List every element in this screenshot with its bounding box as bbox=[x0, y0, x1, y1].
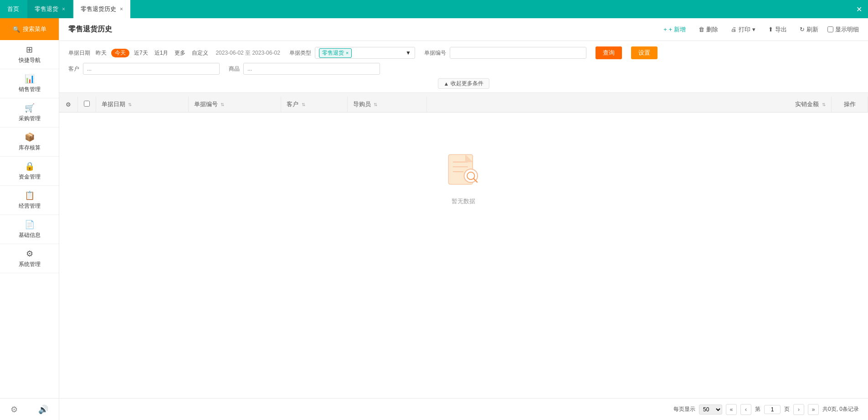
filter-area: 单据日期 昨天 今天 近7天 近1月 更多 自定义 2023-06-02 至 2… bbox=[59, 41, 868, 93]
filter-settings-button[interactable]: 设置 bbox=[631, 46, 657, 59]
date-shortcut-yesterday[interactable]: 昨天 bbox=[94, 49, 108, 57]
th-number: 单据编号 ⇅ bbox=[188, 97, 281, 113]
purchase-mgmt-icon: 🛒 bbox=[25, 103, 35, 113]
show-detail-wrap: 显示明细 bbox=[827, 26, 859, 34]
sidebar-item-finance-mgmt[interactable]: 🔒 资金管理 bbox=[0, 157, 59, 186]
customer-input[interactable] bbox=[83, 63, 220, 75]
sidebar-search-label: 搜索菜单 bbox=[23, 25, 46, 33]
customer-sort-icon[interactable]: ⇅ bbox=[302, 102, 305, 107]
export-button[interactable]: ⬆ 导出 bbox=[765, 24, 791, 36]
sidebar-item-purchase-mgmt[interactable]: 🛒 采购管理 bbox=[0, 98, 59, 128]
goods-input[interactable] bbox=[243, 63, 380, 75]
first-page-button[interactable]: « bbox=[726, 404, 737, 415]
quick-nav-icon: ⊞ bbox=[26, 45, 33, 55]
number-sort-icon[interactable]: ⇅ bbox=[221, 102, 224, 107]
type-tag-close[interactable]: × bbox=[346, 50, 349, 56]
date-shortcut-1month[interactable]: 近1月 bbox=[153, 49, 170, 57]
export-button-label: 导出 bbox=[775, 26, 787, 34]
delete-button[interactable]: 🗑 删除 bbox=[695, 24, 722, 36]
new-button-label: + 新增 bbox=[669, 26, 686, 34]
empty-row: 暂无数据 bbox=[59, 113, 868, 242]
sales-mgmt-icon: 📊 bbox=[25, 74, 35, 84]
guide-sort-icon[interactable]: ⇅ bbox=[374, 102, 377, 107]
inventory-icon: 📦 bbox=[25, 132, 35, 142]
sidebar-item-basic-info[interactable]: 📄 基础信息 bbox=[0, 215, 59, 244]
filter-row-2: 客户 商品 bbox=[68, 63, 859, 75]
tab-home[interactable]: 首页 bbox=[0, 0, 26, 18]
window-close-button[interactable]: ✕ bbox=[850, 0, 868, 18]
customer-filter: 客户 bbox=[68, 63, 220, 75]
type-tag: 零售退货 × bbox=[319, 48, 352, 58]
tab-retail-return-close[interactable]: × bbox=[62, 6, 65, 12]
empty-state: 暂无数据 bbox=[59, 113, 868, 242]
search-icon: 🔍 bbox=[13, 26, 20, 33]
tab-retail-return-history-close[interactable]: × bbox=[120, 6, 123, 12]
tab-retail-return-history-label: 零售退货历史 bbox=[81, 5, 116, 13]
print-button-label: 打印 bbox=[739, 26, 750, 34]
tab-retail-return-history[interactable]: 零售退货历史 × bbox=[73, 0, 130, 18]
prev-page-icon: ‹ bbox=[745, 406, 747, 413]
new-icon: + bbox=[663, 26, 667, 33]
date-shortcut-custom[interactable]: 自定义 bbox=[190, 49, 210, 57]
number-input[interactable] bbox=[450, 47, 586, 59]
per-page-label: 每页显示 bbox=[673, 405, 695, 413]
th-customer-label: 客户 bbox=[287, 101, 298, 108]
type-select[interactable]: 零售退货 × ▼ bbox=[315, 47, 415, 59]
sidebar-item-purchase-mgmt-label: 采购管理 bbox=[19, 115, 41, 123]
toolbar: + + 新增 🗑 删除 🖨 打印 ▾ ⬆ 导出 ↻ bbox=[660, 24, 859, 36]
sidebar-item-finance-mgmt-label: 资金管理 bbox=[19, 173, 41, 181]
date-shortcut-more[interactable]: 更多 bbox=[173, 49, 187, 57]
th-amount: 实销金额 ⇅ bbox=[427, 97, 832, 113]
th-settings[interactable]: ⚙ bbox=[59, 97, 77, 113]
table-header: ⚙ 单据日期 ⇅ 单据编号 ⇅ bbox=[59, 97, 868, 113]
tab-retail-return[interactable]: 零售退货 × bbox=[27, 0, 72, 18]
last-page-button[interactable]: » bbox=[808, 404, 819, 415]
page-input[interactable] bbox=[764, 405, 781, 414]
tab-home-label: 首页 bbox=[7, 5, 19, 13]
th-guide: 导购员 ⇅ bbox=[347, 97, 426, 113]
sidebar-item-quick-nav[interactable]: ⊞ 快捷导航 bbox=[0, 40, 59, 69]
th-action-label: 操作 bbox=[844, 101, 856, 108]
date-filter: 单据日期 昨天 今天 近7天 近1月 更多 自定义 2023-06-02 至 2… bbox=[68, 49, 280, 57]
page-label: 第 bbox=[755, 405, 760, 413]
system-mgmt-icon: ⚙ bbox=[26, 249, 33, 259]
per-page-select[interactable]: 50 10 20 100 bbox=[699, 405, 722, 415]
type-dropdown-icon: ▼ bbox=[406, 50, 411, 56]
th-amount-label: 实销金额 bbox=[795, 101, 819, 108]
sidebar-item-inventory-label: 库存核算 bbox=[19, 144, 41, 152]
select-all-checkbox[interactable] bbox=[84, 101, 90, 107]
next-page-button[interactable]: › bbox=[793, 404, 804, 415]
table-body: 暂无数据 bbox=[59, 113, 868, 242]
type-tag-value: 零售退货 bbox=[322, 49, 344, 57]
column-settings-icon[interactable]: ⚙ bbox=[66, 101, 71, 108]
delete-button-label: 删除 bbox=[706, 26, 718, 34]
date-shortcut-today[interactable]: 今天 bbox=[111, 49, 129, 57]
empty-icon bbox=[441, 149, 486, 190]
sidebar-item-operation-mgmt-label: 经营管理 bbox=[19, 202, 41, 210]
sidebar-item-operation-mgmt[interactable]: 📋 经营管理 bbox=[0, 186, 59, 215]
sidebar-item-system-mgmt[interactable]: ⚙ 系统管理 bbox=[0, 244, 59, 273]
filter-collapse-button[interactable]: ▲ 收起更多条件 bbox=[438, 78, 490, 89]
top-bar: 首页 零售退货 × 零售退货历史 × ✕ bbox=[0, 0, 868, 18]
sidebar-audio-icon[interactable]: 🔊 bbox=[38, 405, 48, 415]
sidebar-bottom: ⚙ 🔊 bbox=[0, 398, 59, 420]
amount-sort-icon[interactable]: ⇅ bbox=[822, 102, 826, 107]
date-sort-icon[interactable]: ⇅ bbox=[128, 102, 132, 107]
sidebar-settings-icon[interactable]: ⚙ bbox=[10, 405, 18, 415]
print-button[interactable]: 🖨 打印 ▾ bbox=[727, 24, 759, 36]
sidebar-item-sales-mgmt[interactable]: 📊 销售管理 bbox=[0, 69, 59, 98]
export-icon: ⬆ bbox=[768, 26, 773, 33]
content-area: 零售退货历史 + + 新增 🗑 删除 🖨 打印 ▾ ⬆ 导出 bbox=[59, 18, 868, 420]
refresh-button[interactable]: ↻ 刷新 bbox=[796, 24, 822, 36]
prev-page-button[interactable]: ‹ bbox=[740, 404, 751, 415]
sidebar-search[interactable]: 🔍 搜索菜单 bbox=[0, 18, 59, 40]
query-button[interactable]: 查询 bbox=[596, 46, 622, 59]
sidebar-item-inventory[interactable]: 📦 库存核算 bbox=[0, 128, 59, 157]
refresh-icon: ↻ bbox=[800, 26, 805, 33]
page-header: 零售退货历史 + + 新增 🗑 删除 🖨 打印 ▾ ⬆ 导出 bbox=[59, 18, 868, 41]
date-shortcut-7days[interactable]: 近7天 bbox=[132, 49, 150, 57]
total-info: 共0页, 0条记录 bbox=[822, 405, 859, 413]
date-shortcuts: 昨天 今天 近7天 近1月 更多 自定义 bbox=[94, 49, 210, 57]
new-button[interactable]: + + 新增 bbox=[660, 24, 689, 36]
show-detail-checkbox[interactable] bbox=[827, 26, 833, 32]
